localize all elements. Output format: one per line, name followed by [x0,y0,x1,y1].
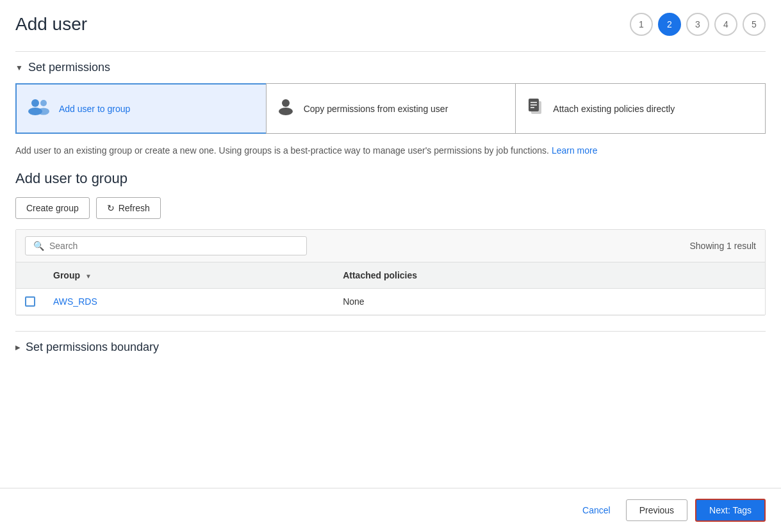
tab-add-user-group-label: Add user to group [59,104,130,114]
svg-point-5 [279,108,293,115]
policies-column-header: Attached policies [334,262,765,289]
set-permissions-header[interactable]: ▼ Set permissions [15,52,766,83]
create-group-button[interactable]: Create group [15,197,90,219]
next-tags-button[interactable]: Next: Tags [695,499,766,522]
search-wrapper[interactable]: 🔍 [25,236,307,255]
step-3[interactable]: 3 [686,13,709,36]
set-permissions-boundary-section: ▶ Set permissions boundary [15,331,766,363]
learn-more-link[interactable]: Learn more [552,145,598,156]
refresh-button[interactable]: ↻ Refresh [96,197,161,219]
permission-tabs: Add user to group Copy permissions from … [15,83,766,134]
row-checkbox-cell[interactable] [16,289,44,315]
policy-doc-icon [526,97,544,120]
group-name-cell: AWS_RDS [44,289,334,315]
table-row[interactable]: AWS_RDS None [16,289,765,315]
page-title: Add user [15,14,87,35]
set-permissions-boundary-header[interactable]: ▶ Set permissions boundary [15,332,766,363]
tab-copy-permissions[interactable]: Copy permissions from existing user [266,83,516,134]
cancel-button[interactable]: Cancel [575,500,618,520]
search-input[interactable] [49,241,299,251]
previous-button[interactable]: Previous [626,499,687,521]
select-all-header [16,262,44,289]
groups-table-container: 🔍 Showing 1 result Group ▼ Attached poli… [15,229,766,316]
boundary-label: Set permissions boundary [26,341,159,354]
set-permissions-label: Set permissions [28,61,110,74]
permissions-info-text: Add user to an existing group or create … [15,144,766,157]
attached-policies-cell: None [334,289,765,315]
tab-add-user-group[interactable]: Add user to group [15,83,266,134]
copy-user-icon [277,97,295,120]
page-header: Add user 1 2 3 4 5 [15,13,766,36]
svg-point-1 [40,100,47,106]
table-toolbar: 🔍 Showing 1 result [16,230,765,262]
row-checkbox[interactable] [25,296,35,307]
footer: Cancel Previous Next: Tags [0,488,781,532]
search-icon: 🔍 [33,241,44,251]
step-2[interactable]: 2 [658,13,681,36]
svg-point-4 [282,99,290,107]
svg-point-3 [38,108,49,115]
step-1[interactable]: 1 [630,13,653,36]
table-header-row: Group ▼ Attached policies [16,262,765,289]
tab-attach-policies-label: Attach existing policies directly [553,104,675,114]
users-icon [27,97,50,120]
set-permissions-section: ▼ Set permissions Add user to group [15,51,766,157]
groups-table: Group ▼ Attached policies [16,262,765,315]
step-5[interactable]: 5 [743,13,766,36]
boundary-arrow: ▶ [15,344,21,351]
sort-icon: ▼ [85,273,92,280]
step-indicators: 1 2 3 4 5 [630,13,766,36]
set-permissions-arrow: ▼ [15,63,23,72]
group-column-header[interactable]: Group ▼ [44,262,334,289]
add-user-group-subtitle: Add user to group [15,170,766,187]
result-count: Showing 1 result [689,241,756,251]
action-buttons: Create group ↻ Refresh [15,197,766,219]
tab-attach-policies[interactable]: Attach existing policies directly [515,83,766,134]
refresh-icon: ↻ [107,203,115,213]
step-4[interactable]: 4 [714,13,737,36]
svg-point-0 [31,99,39,107]
group-link[interactable]: AWS_RDS [53,296,97,307]
tab-copy-permissions-label: Copy permissions from existing user [304,104,448,114]
